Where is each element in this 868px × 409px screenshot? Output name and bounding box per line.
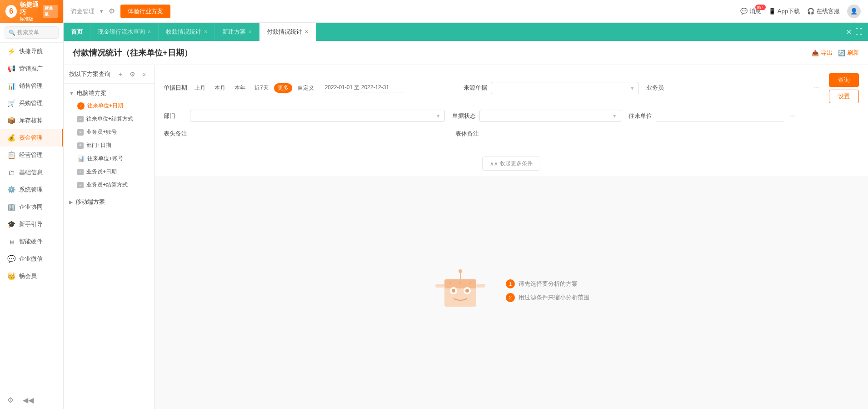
tab-receipt-stats-close[interactable]: × [204, 29, 207, 35]
header-note-input[interactable] [191, 128, 448, 139]
date-opt-last-month[interactable]: 上月 [191, 83, 209, 93]
user-avatar[interactable]: 👤 [847, 5, 861, 18]
sidebar-footer: ⚙ ◀◀ [0, 391, 63, 409]
sidebar-item-operations[interactable]: 📋 经营管理 [0, 146, 63, 164]
sidebar-item-wechat[interactable]: 💬 企业微信 [0, 250, 63, 268]
smart-hw-icon: 🖥 [7, 237, 15, 246]
body-note-field: 表体备注 [455, 128, 797, 139]
desktop-category-header[interactable]: ▼ 电脑端方案 [69, 87, 149, 99]
content-area: 按以下方案查询 + ⚙ « ▼ 电脑端方案 ✓ 往 [64, 65, 868, 409]
guide-icon: 🎓 [7, 220, 15, 228]
date-opt-this-month[interactable]: 本月 [211, 83, 229, 93]
tab-payment-stats[interactable]: 付款情况统计 × [259, 23, 316, 41]
date-opt-more[interactable]: 更多 [274, 83, 292, 93]
tab-payment-stats-close[interactable]: × [305, 29, 308, 35]
sidebar-item-sales[interactable]: 📊 销售管理 [0, 77, 63, 95]
sidebar-item-vip[interactable]: 👑 畅会员 [0, 268, 63, 285]
scheme-item-unit-account[interactable]: 📊 往来单位+账号 [74, 152, 149, 165]
sidebar-item-system[interactable]: ⚙️ 系统管理 [0, 181, 63, 198]
step-2-text: 用过滤条件来缩小分析范围 [519, 293, 589, 302]
topbar-settings-icon[interactable]: ⚙ [109, 7, 115, 15]
trial-btn[interactable]: 体验行业方案 [120, 5, 170, 18]
tab-new-scheme-close[interactable]: × [249, 29, 252, 35]
query-btn[interactable]: 查询 [829, 73, 859, 87]
sidebar-item-quick-nav[interactable]: ⚡ 快捷导航 [0, 43, 63, 60]
salesman-input[interactable] [673, 82, 808, 93]
tab-new-scheme[interactable]: 新建方案 × [215, 23, 259, 41]
scheme-item-unit-settlement[interactable]: ≡ 往来单位+结算方式 [74, 112, 149, 126]
collapse-area: ∧∧ 收起更多条件 [155, 153, 868, 176]
scheme-item-icon-6: ≡ [77, 182, 84, 188]
scheme-item-dept-date[interactable]: ≡ 部门+日期 [74, 139, 149, 152]
desktop-category: ▼ 电脑端方案 ✓ 往来单位+日期 ≡ 往来单位+结算方式 ≡ [64, 84, 154, 193]
sidebar-item-enterprise[interactable]: 🏢 企业协同 [0, 198, 63, 216]
scheme-active-icon: ✓ [77, 102, 85, 110]
scheme-item-salesman-account[interactable]: ≡ 业务员+账号 [74, 126, 149, 139]
date-label: 单据日期 [164, 84, 187, 92]
date-opt-this-year[interactable]: 本年 [231, 83, 249, 93]
date-range-input[interactable] [323, 84, 405, 92]
salesman-dots-btn[interactable]: ··· [812, 84, 822, 92]
scheme-item-icon-2: ≡ [77, 129, 84, 136]
refresh-btn[interactable]: 🔄 刷新 [838, 49, 859, 57]
fullscreen-icon[interactable]: ⛶ [855, 28, 863, 36]
notification-item[interactable]: 💬 消息 99+ [740, 7, 761, 15]
sidebar-item-label: 基础信息 [19, 168, 43, 177]
scheme-settings-btn[interactable]: ⚙ [128, 70, 137, 79]
main-content: 资金管理 ▾ ⚙ 体验行业方案 💬 消息 99+ 📱 App下载 🎧 在线客服 … [64, 0, 868, 409]
sidebar-item-label: 智能硬件 [19, 237, 43, 246]
sidebar-item-label: 新手引导 [19, 220, 43, 228]
sidebar-item-marketing[interactable]: 📢 营销推广 [0, 60, 63, 77]
counterparty-input[interactable] [656, 111, 784, 121]
sidebar-item-smart-hw[interactable]: 🖥 智能硬件 [0, 233, 63, 250]
collapse-sidebar-icon[interactable]: ◀◀ [23, 396, 34, 404]
refresh-label: 刷新 [847, 49, 859, 57]
mobile-category-label: 移动端方案 [75, 198, 105, 206]
scheme-item-salesman-date[interactable]: ≡ 业务员+日期 [74, 165, 149, 178]
tab-receipt-stats[interactable]: 收款情况统计 × [159, 23, 215, 41]
source-dropdown-icon: ▾ [631, 85, 634, 91]
source-select[interactable]: ▾ [491, 82, 639, 94]
add-scheme-btn[interactable]: + [116, 70, 125, 79]
date-opt-custom[interactable]: 自定义 [294, 83, 318, 93]
online-service-item[interactable]: 🎧 在线客服 [807, 7, 840, 15]
tab-bank-flow[interactable]: 现金银行流水查询 × [90, 23, 159, 41]
close-all-tabs-icon[interactable]: ✕ [846, 28, 852, 36]
settings-footer-icon[interactable]: ⚙ [7, 396, 14, 404]
search-icon: 🔍 [9, 30, 15, 36]
empty-area: 1 请先选择要分析的方案 2 用过滤条件来缩小分析范围 [155, 176, 868, 409]
filter-settings-btn[interactable]: 设置 [829, 90, 859, 103]
app-download-item[interactable]: 📱 App下载 [768, 7, 800, 15]
collapse-more-btn[interactable]: ∧∧ 收起更多条件 [482, 157, 540, 171]
sidebar-item-basic-info[interactable]: 🗂 基础信息 [0, 164, 63, 181]
collapse-up-icon: ∧∧ [490, 161, 498, 167]
tab-home[interactable]: 首页 [64, 23, 90, 41]
mobile-category-header[interactable]: ▶ 移动端方案 [69, 195, 149, 209]
logo-text: 畅捷通巧 标准版 [20, 1, 43, 22]
sidebar-item-purchase[interactable]: 🛒 采购管理 [0, 95, 63, 112]
sidebar-item-guide[interactable]: 🎓 新手引导 [0, 216, 63, 233]
sidebar-menu: ⚡ 快捷导航 📢 营销推广 📊 销售管理 🛒 采购管理 📦 库存核算 💰 资金管… [0, 43, 63, 391]
svg-point-5 [465, 289, 469, 293]
body-note-input[interactable] [483, 128, 797, 139]
step-1-num: 1 [506, 279, 515, 288]
filter-row-3: 表头备注 表体备注 [164, 128, 859, 139]
breadcrumb-dropdown-icon[interactable]: ▾ [100, 8, 103, 15]
svg-point-7 [459, 269, 462, 273]
scheme-items-list: ✓ 往来单位+日期 ≡ 往来单位+结算方式 ≡ 业务员+账号 ≡ [69, 99, 149, 192]
sidebar-item-label: 销售管理 [19, 82, 43, 90]
sidebar-item-finance[interactable]: 💰 资金管理 [0, 129, 63, 146]
date-opt-7days[interactable]: 近7天 [251, 83, 272, 93]
wechat-icon: 💬 [7, 255, 15, 263]
collapse-scheme-btn[interactable]: « [140, 70, 149, 79]
tab-bank-flow-close[interactable]: × [148, 29, 151, 35]
body-note-label: 表体备注 [455, 130, 479, 138]
search-menu-button[interactable]: 🔍 搜索菜单 [5, 26, 59, 39]
scheme-item-salesman-settlement[interactable]: ≡ 业务员+结算方式 [74, 178, 149, 192]
dept-select[interactable]: ▾ [190, 110, 445, 122]
sidebar-item-inventory[interactable]: 📦 库存核算 [0, 112, 63, 129]
export-btn[interactable]: 📤 导出 [812, 49, 833, 57]
doc-status-select[interactable]: ▾ [479, 110, 621, 122]
scheme-item-unit-date[interactable]: ✓ 往来单位+日期 [74, 99, 149, 112]
counterparty-dots-btn[interactable]: ··· [788, 112, 797, 120]
